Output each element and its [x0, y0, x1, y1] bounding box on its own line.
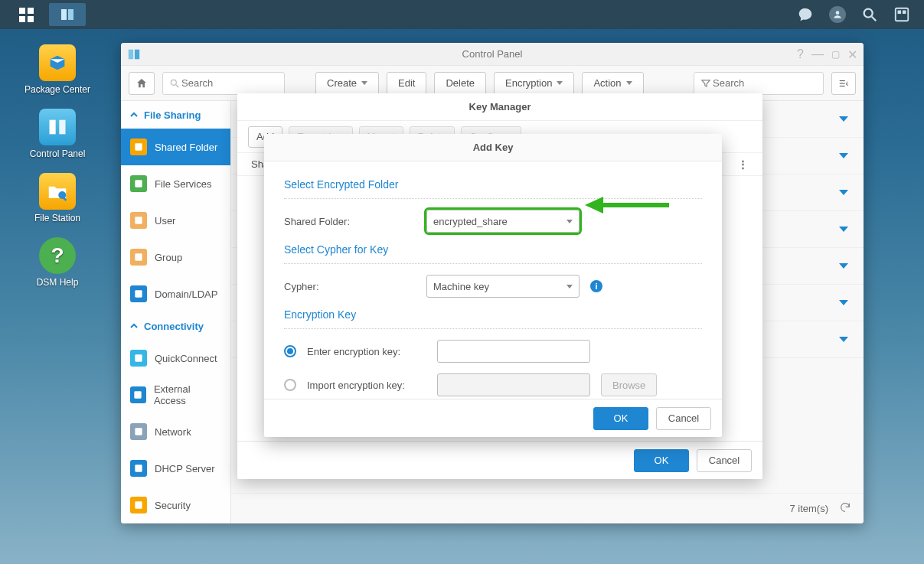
desktop-icon-file-station[interactable]: File Station [0, 173, 115, 223]
window-icon [127, 47, 141, 61]
system-topbar [0, 0, 924, 29]
sidebar-item-label: Group [155, 252, 182, 263]
main-menu-button[interactable] [8, 0, 44, 29]
chevron-down-icon [839, 227, 848, 232]
content-search[interactable] [694, 72, 824, 95]
svg-rect-23 [135, 290, 142, 297]
svg-rect-1 [68, 9, 73, 20]
sidebar-item-label: User [155, 215, 175, 227]
ok-button[interactable]: OK [593, 407, 648, 430]
sidebar-item-label: External Access [154, 383, 221, 406]
dialog-title: Add Key [264, 134, 722, 161]
edit-button[interactable]: Edit [387, 72, 426, 95]
sidebar-item-label: Network [155, 426, 191, 438]
sidebar-item-network[interactable]: Network [121, 413, 230, 450]
sidebar-item-label: Domain/LDAP [155, 289, 217, 300]
import-key-label: Import encryption key: [307, 380, 426, 391]
chevron-up-icon [130, 322, 138, 330]
km-cancel-button[interactable]: Cancel [697, 449, 752, 472]
chevron-down-icon [839, 153, 848, 158]
sidebar-item-quickconnect[interactable]: QuickConnect [121, 340, 230, 377]
svg-marker-30 [585, 197, 603, 214]
cypher-select[interactable]: Machine key [426, 275, 580, 298]
desktop-icon-control-panel[interactable]: Control Panel [0, 109, 115, 159]
sidebar-search[interactable] [162, 72, 285, 95]
column-menu-button[interactable]: ⋮ [738, 158, 749, 170]
home-button[interactable] [129, 72, 155, 95]
section-title: Encryption Key [284, 308, 702, 321]
create-button[interactable]: Create [315, 72, 379, 95]
import-key-path [437, 373, 590, 396]
sidebar-item-dhcp-server[interactable]: DHCP Server [121, 450, 230, 487]
chevron-down-icon [626, 81, 632, 85]
control-panel-icon [60, 7, 75, 22]
svg-point-3 [864, 9, 873, 18]
select-value: encrypted_share [433, 216, 508, 227]
sidebar-item-domain-ldap[interactable]: Domain/LDAP [121, 275, 230, 312]
svg-rect-0 [61, 9, 67, 20]
km-footer: OK Cancel [237, 441, 762, 479]
chevron-down-icon [566, 285, 573, 289]
sidebar-section-connectivity[interactable]: Connectivity [121, 312, 230, 340]
refresh-button[interactable] [839, 501, 851, 516]
chat-icon[interactable] [797, 6, 814, 23]
taskbar-app-control-panel[interactable] [49, 3, 86, 26]
window-titlebar: Control Panel ? — ▢ ✕ [121, 43, 864, 66]
svg-rect-16 [840, 80, 845, 80]
window-close-button[interactable]: ✕ [847, 47, 857, 62]
desktop-icon-dsm-help[interactable]: ? DSM Help [0, 237, 115, 288]
svg-rect-25 [135, 391, 142, 398]
sidebar-item-file-services[interactable]: File Services [121, 165, 230, 202]
desktop-icon-package-center[interactable]: Package Center [0, 44, 115, 95]
encryption-button[interactable]: Encryption [494, 72, 574, 95]
annotation-arrow [585, 194, 677, 217]
desktop-label: Control Panel [30, 148, 86, 159]
sort-button[interactable] [831, 72, 856, 95]
action-button[interactable]: Action [582, 72, 643, 95]
delete-button[interactable]: Delete [434, 72, 486, 95]
svg-rect-24 [135, 354, 142, 361]
window-help-button[interactable]: ? [797, 47, 804, 61]
shared-folder-label: Shared Folder: [284, 216, 416, 227]
window-maximize-button[interactable]: ▢ [831, 49, 840, 60]
sidebar-section-file-sharing[interactable]: File Sharing [121, 101, 230, 129]
info-icon[interactable]: i [590, 280, 602, 292]
svg-rect-19 [135, 143, 142, 150]
radio-enter-key[interactable] [284, 345, 296, 357]
sidebar-item-label: Shared Folder [155, 142, 217, 153]
sidebar-item-group[interactable]: Group [121, 239, 230, 275]
user-menu[interactable] [829, 6, 846, 23]
widgets-icon[interactable] [893, 6, 910, 23]
svg-rect-27 [135, 465, 142, 471]
encryption-key-input[interactable] [437, 340, 590, 363]
svg-rect-18 [840, 85, 845, 86]
window-minimize-button[interactable]: — [811, 47, 824, 61]
km-ok-button[interactable]: OK [634, 449, 689, 472]
sidebar-item-external-access[interactable]: External Access [121, 377, 230, 413]
shared-folder-select[interactable]: encrypted_share [426, 210, 580, 233]
chevron-down-icon [557, 81, 563, 85]
content-search-input[interactable] [711, 77, 803, 90]
refresh-icon [839, 501, 851, 513]
radio-import-key[interactable] [284, 379, 296, 391]
sidebar-item-security[interactable]: Security [121, 487, 230, 523]
sidebar-item-user[interactable]: User [121, 202, 230, 239]
add-key-dialog: Add Key Select Encrypted Folder Shared F… [264, 134, 722, 437]
chevron-down-icon [839, 190, 848, 195]
desktop-label: File Station [34, 213, 80, 223]
file-station-icon [39, 173, 76, 210]
browse-button[interactable]: Browse [601, 373, 657, 396]
search-icon[interactable] [861, 6, 878, 23]
user-icon [832, 9, 843, 20]
svg-point-14 [171, 80, 176, 85]
select-value: Machine key [433, 281, 489, 292]
svg-rect-22 [135, 253, 142, 260]
search-input[interactable] [180, 77, 272, 90]
sidebar-item-label: File Services [155, 178, 211, 190]
svg-rect-12 [129, 50, 133, 60]
svg-rect-17 [840, 83, 845, 83]
sidebar-item-shared-folder[interactable]: Shared Folder [121, 129, 230, 165]
cancel-button[interactable]: Cancel [656, 407, 711, 430]
svg-line-15 [176, 84, 179, 87]
add-key-footer: OK Cancel [264, 399, 722, 437]
